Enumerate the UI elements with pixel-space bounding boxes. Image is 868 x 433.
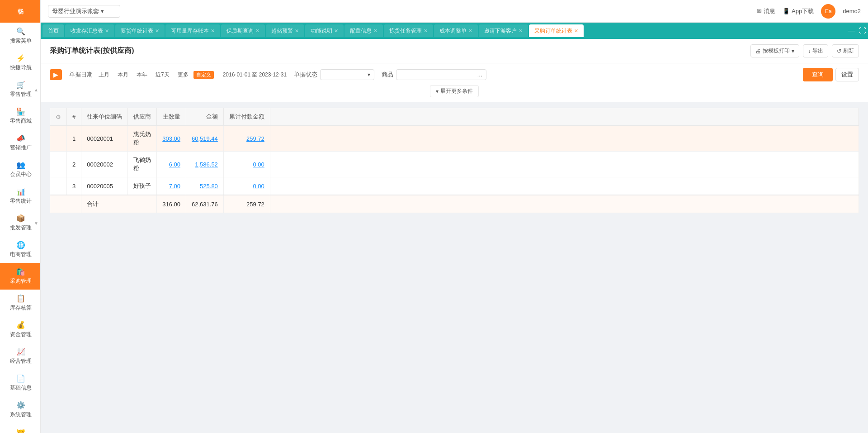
tab-overstock[interactable]: 超储预警 ✕ bbox=[266, 24, 304, 37]
amount-link-3[interactable]: 525.80 bbox=[200, 183, 218, 190]
table-row: 1 00020001 惠氏奶粉 303.00 60,519.44 bbox=[50, 126, 859, 152]
status-select[interactable]: ▾ bbox=[320, 69, 374, 80]
refresh-button[interactable]: ↺ 刷新 bbox=[832, 44, 859, 57]
tab-close-icon[interactable]: ✕ bbox=[334, 28, 338, 34]
marketing-icon: 📣 bbox=[16, 134, 25, 143]
sidebar-item-retail-stat[interactable]: 📊 零售统计 bbox=[0, 183, 40, 209]
tab-label: 成本调整单 bbox=[439, 27, 467, 35]
sidebar-item-system[interactable]: ⚙️ 系统管理 bbox=[0, 396, 40, 423]
th-settings[interactable]: ⚙ bbox=[50, 108, 67, 126]
tab-close-icon[interactable]: ✕ bbox=[295, 28, 299, 34]
td-quantity-1: 303.00 bbox=[157, 126, 186, 152]
td-settings-1 bbox=[50, 126, 67, 152]
paid-link-3[interactable]: 0.00 bbox=[253, 183, 264, 190]
tabbar: 首页 收发存汇总表 ✕ 要货单统计表 ✕ 可用量库存账本 ✕ 保质期查询 ✕ 超… bbox=[41, 23, 868, 39]
tab-config[interactable]: 配置信息 ✕ bbox=[344, 24, 383, 37]
td-code-3: 00020005 bbox=[81, 177, 128, 195]
sidebar-item-inventory[interactable]: 📋 库存核算 bbox=[0, 290, 40, 316]
workspace-selector[interactable]: 母婴行业演示账套 ▾ bbox=[48, 5, 120, 18]
tab-purchase-stat[interactable]: 采购订单统计表 ✕ bbox=[529, 24, 584, 37]
tab-order-stat[interactable]: 要货单统计表 ✕ bbox=[115, 24, 165, 37]
tab-pick-task[interactable]: 拣货任务管理 ✕ bbox=[384, 24, 433, 37]
filter-row-1: ▶ 单据日期 上月 本月 本年 近7天 更多 自定义 2016-01-01 至 … bbox=[50, 68, 859, 81]
sidebar-item-marketing[interactable]: 📣 营销推广 bbox=[0, 129, 40, 156]
tab-home[interactable]: 首页 bbox=[42, 24, 64, 37]
sidebar-item-member[interactable]: 👥 会员中心 bbox=[0, 156, 40, 183]
paid-link-2[interactable]: 0.00 bbox=[253, 161, 264, 168]
amount-link-1[interactable]: 60,519.44 bbox=[192, 135, 218, 142]
date-btn-7days[interactable]: 近7天 bbox=[152, 70, 173, 80]
th-code: 往来单位编码 bbox=[81, 108, 128, 126]
tab-func-desc[interactable]: 功能说明 ✕ bbox=[305, 24, 344, 37]
message-button[interactable]: ✉ 消息 bbox=[757, 7, 775, 15]
sidebar-item-ecommerce[interactable]: 🌐 电商管理 bbox=[0, 236, 40, 263]
date-btn-last-month[interactable]: 上月 bbox=[95, 70, 113, 80]
message-icon: ✉ bbox=[757, 8, 762, 14]
sidebar-item-label: 基础信息 bbox=[10, 384, 32, 392]
tabbar-actions: — ⛶ bbox=[848, 27, 866, 35]
date-btn-more[interactable]: 更多 bbox=[175, 70, 192, 80]
column-settings-icon[interactable]: ⚙ bbox=[56, 114, 61, 120]
sidebar-item-wholesale[interactable]: 📦 批发管理 ▼ bbox=[0, 209, 40, 236]
status-dropdown-icon: ▾ bbox=[368, 71, 370, 78]
paid-link-1[interactable]: 259.72 bbox=[246, 135, 264, 142]
tab-label: 可用量库存账本 bbox=[171, 27, 209, 35]
date-btn-this-year[interactable]: 本年 bbox=[133, 70, 151, 80]
filter-toggle-button[interactable]: ▶ bbox=[50, 69, 62, 80]
amount-link-2[interactable]: 1,586.52 bbox=[195, 161, 218, 168]
td-extra-3 bbox=[270, 177, 859, 195]
quantity-link-2[interactable]: 6.00 bbox=[169, 161, 180, 168]
sidebar-item-retail[interactable]: 🛒 零售管理 ▲ bbox=[0, 76, 40, 103]
sidebar-item-quicknav[interactable]: ⚡ 快捷导航 bbox=[0, 49, 40, 76]
tab-close-icon[interactable]: ✕ bbox=[373, 28, 377, 34]
avatar[interactable]: Ea bbox=[821, 4, 835, 19]
tab-close-icon[interactable]: ✕ bbox=[155, 28, 159, 34]
username[interactable]: demo2 bbox=[843, 8, 861, 14]
app-download-button[interactable]: 📱 App下载 bbox=[783, 7, 814, 15]
date-btn-this-month[interactable]: 本月 bbox=[114, 70, 132, 80]
sidebar-item-search[interactable]: 🔍 搜索英单 bbox=[0, 23, 40, 49]
basic-icon: 📄 bbox=[16, 374, 25, 383]
print-button[interactable]: 🖨 按模板打印 ▾ bbox=[750, 44, 799, 57]
quantity-link-1[interactable]: 303.00 bbox=[162, 135, 180, 142]
tab-label: 收发存汇总表 bbox=[71, 27, 103, 35]
sidebar-item-finance[interactable]: 💰 资金管理 bbox=[0, 316, 40, 343]
maximize-button[interactable]: ⛶ bbox=[859, 27, 866, 35]
dropdown-icon: ▾ bbox=[101, 8, 104, 14]
sidebar-item-purchase[interactable]: 🛍️ 采购管理 bbox=[0, 263, 40, 290]
member-icon: 👥 bbox=[16, 161, 25, 169]
export-button[interactable]: ↓ 导出 bbox=[803, 44, 828, 57]
sidebar-item-label: 营销推广 bbox=[10, 144, 32, 152]
expand-more-button[interactable]: ▾ 展开更多条件 bbox=[430, 85, 479, 97]
goods-input[interactable]: … bbox=[396, 69, 486, 80]
tab-close-icon[interactable]: ✕ bbox=[211, 28, 215, 34]
tab-close-icon[interactable]: ✕ bbox=[424, 28, 428, 34]
table-footer-row: 合计 316.00 62,631.76 259.72 bbox=[50, 195, 859, 213]
tab-close-icon[interactable]: ✕ bbox=[468, 28, 472, 34]
tab-invite-downstream[interactable]: 邀请下游客户 ✕ bbox=[479, 24, 528, 37]
tab-cost-adjust[interactable]: 成本调整单 ✕ bbox=[434, 24, 478, 37]
tab-close-icon[interactable]: ✕ bbox=[255, 28, 259, 34]
tab-warranty[interactable]: 保质期查询 ✕ bbox=[221, 24, 265, 37]
tab-label: 拣货任务管理 bbox=[389, 27, 422, 35]
date-custom-tag[interactable]: 自定义 bbox=[193, 71, 214, 79]
tab-available-stock[interactable]: 可用量库存账本 ✕ bbox=[165, 24, 220, 37]
sidebar-item-enterprise[interactable]: 🤝 企业协同 bbox=[0, 423, 40, 433]
quantity-link-3[interactable]: 7.00 bbox=[169, 183, 180, 190]
filter-bar: ▶ 单据日期 上月 本月 本年 近7天 更多 自定义 2016-01-01 至 … bbox=[41, 63, 868, 102]
expand-icon2: ▼ bbox=[34, 220, 38, 225]
tab-close-icon[interactable]: ✕ bbox=[105, 28, 109, 34]
date-filter-label: 单据日期 bbox=[69, 71, 93, 79]
tab-close-icon[interactable]: ✕ bbox=[519, 28, 523, 34]
settings-button[interactable]: 设置 bbox=[835, 68, 859, 81]
td-supplier-3: 好孩子 bbox=[128, 177, 157, 195]
sidebar-item-operations[interactable]: 📈 经营管理 bbox=[0, 343, 40, 370]
tab-receive-send[interactable]: 收发存汇总表 ✕ bbox=[65, 24, 114, 37]
tab-close-icon[interactable]: ✕ bbox=[574, 28, 578, 34]
sidebar-item-label: 零售管理 bbox=[10, 90, 32, 98]
minimize-button[interactable]: — bbox=[848, 27, 855, 35]
query-button[interactable]: 查询 bbox=[803, 68, 833, 81]
td-index-2: 2 bbox=[67, 152, 81, 177]
sidebar-item-retail-mall[interactable]: 🏪 零售商城 bbox=[0, 103, 40, 129]
sidebar-item-basic-info[interactable]: 📄 基础信息 bbox=[0, 370, 40, 396]
